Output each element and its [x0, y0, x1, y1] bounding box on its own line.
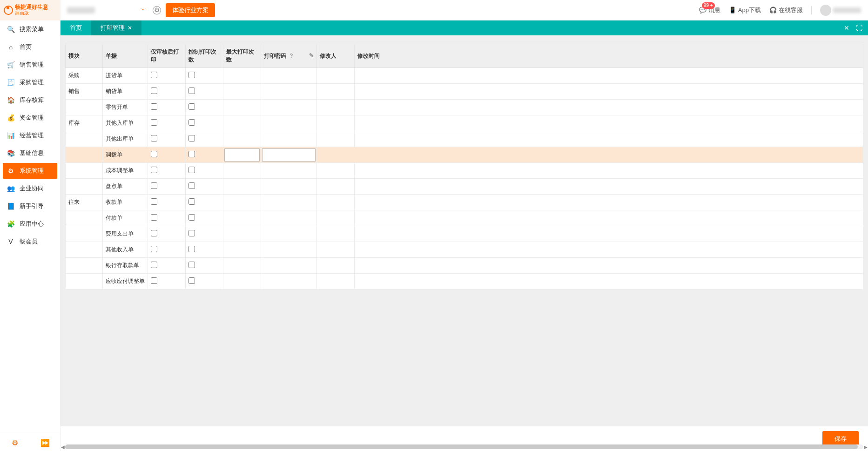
sidebar-item-home[interactable]: ⌂首页 — [0, 38, 60, 56]
sidebar-settings-button[interactable]: ⚙ — [0, 434, 30, 451]
audit-only-checkbox[interactable] — [151, 151, 157, 157]
sidebar-item-system[interactable]: ⚙系统管理 — [3, 163, 57, 179]
control-count-checkbox[interactable] — [188, 72, 195, 78]
cell-pwd — [261, 226, 317, 242]
cell-audit — [148, 84, 186, 100]
th-modtime: 修改时间 — [355, 44, 863, 68]
cell-modifier — [317, 242, 355, 258]
control-count-checkbox[interactable] — [188, 230, 195, 236]
cell-ctrl — [186, 68, 223, 84]
tab-首页[interactable]: 首页 — [61, 20, 91, 35]
max-print-input[interactable] — [224, 148, 260, 162]
audit-only-checkbox[interactable] — [151, 135, 157, 141]
control-count-checkbox[interactable] — [188, 151, 195, 157]
cell-doc: 其他入库单 — [103, 115, 148, 131]
audit-only-checkbox[interactable] — [151, 246, 157, 252]
sidebar-item-search-menu[interactable]: 🔍搜索菜单 — [0, 20, 60, 38]
cell-pwd — [261, 147, 317, 163]
control-count-checkbox[interactable] — [188, 277, 195, 284]
audit-only-checkbox[interactable] — [151, 198, 157, 205]
sidebar-item-basic[interactable]: 📚基础信息 — [0, 144, 60, 162]
audit-only-checkbox[interactable] — [151, 72, 157, 78]
help-icon[interactable]: ? — [289, 53, 293, 59]
sidebar-item-purchase[interactable]: 🧾采购管理 — [0, 74, 60, 91]
sidebar-item-guide[interactable]: 📘新手引导 — [0, 197, 60, 215]
control-count-checkbox[interactable] — [188, 88, 195, 94]
audit-only-checkbox[interactable] — [151, 119, 157, 126]
tab-close-icon[interactable]: ✕ — [128, 25, 132, 31]
sidebar-item-member[interactable]: V畅会员 — [0, 233, 60, 250]
operations-icon: 📊 — [7, 131, 15, 140]
audit-only-checkbox[interactable] — [151, 262, 157, 268]
control-count-checkbox[interactable] — [188, 119, 195, 126]
cell-modtime — [355, 226, 863, 242]
support-link[interactable]: 🎧 在线客服 — [769, 6, 803, 14]
audit-only-checkbox[interactable] — [151, 167, 157, 173]
support-label: 在线客服 — [779, 6, 803, 14]
company-dropdown[interactable]: ﹀ — [65, 4, 148, 17]
control-count-checkbox[interactable] — [188, 167, 195, 173]
audit-only-checkbox[interactable] — [151, 230, 157, 236]
audit-only-checkbox[interactable] — [151, 277, 157, 284]
tab-bar: 首页打印管理✕ ✕ ⛶ — [61, 20, 868, 35]
cell-max — [223, 84, 261, 100]
cell-max — [223, 274, 261, 289]
brand-logo[interactable]: 畅捷通好生意 插画版 — [0, 0, 61, 20]
user-menu[interactable] — [820, 5, 861, 16]
cell-ctrl — [186, 258, 223, 274]
control-count-checkbox[interactable] — [188, 182, 195, 189]
audit-only-checkbox[interactable] — [151, 182, 157, 189]
tab-close-all-icon[interactable]: ✕ — [844, 24, 849, 32]
sidebar-item-apps[interactable]: 🧩应用中心 — [0, 215, 60, 233]
sidebar-item-operations[interactable]: 📊经营管理 — [0, 127, 60, 144]
home-icon: ⌂ — [7, 43, 15, 51]
control-count-checkbox[interactable] — [188, 103, 195, 110]
cell-max — [223, 242, 261, 258]
sidebar-item-collab[interactable]: 👥企业协同 — [0, 180, 60, 197]
print-password-input[interactable] — [262, 148, 316, 162]
cell-modtime — [355, 84, 863, 100]
audit-only-checkbox[interactable] — [151, 103, 157, 110]
app-download-link[interactable]: 📱 App下载 — [729, 6, 761, 14]
cell-ctrl — [186, 84, 223, 100]
hscrollbar-thumb[interactable] — [65, 444, 858, 449]
th-ctrl: 控制打印次数 — [186, 44, 223, 68]
cell-ctrl — [186, 179, 223, 195]
settings-gear-icon[interactable] — [153, 6, 161, 14]
sidebar-item-sales[interactable]: 🛒销售管理 — [0, 56, 60, 74]
control-count-checkbox[interactable] — [188, 214, 195, 221]
cell-module — [66, 147, 103, 163]
control-count-checkbox[interactable] — [188, 262, 195, 268]
cell-ctrl — [186, 242, 223, 258]
sidebar-item-label: 采购管理 — [20, 78, 44, 87]
cell-modifier — [317, 115, 355, 131]
cell-ctrl — [186, 195, 223, 210]
sidebar-collapse-button[interactable]: ⏩ — [30, 434, 61, 451]
cell-max — [223, 131, 261, 147]
cell-module: 采购 — [66, 68, 103, 84]
edit-column-icon[interactable]: ✎ — [309, 52, 314, 59]
hscroll-right-icon[interactable]: ▶ — [863, 444, 868, 449]
cell-pwd — [261, 274, 317, 289]
control-count-checkbox[interactable] — [188, 135, 195, 141]
cell-module — [66, 210, 103, 226]
control-count-checkbox[interactable] — [188, 246, 195, 252]
sidebar-item-inventory[interactable]: 🏠库存核算 — [0, 91, 60, 109]
cell-max — [223, 163, 261, 179]
tab-打印管理[interactable]: 打印管理✕ — [91, 20, 141, 35]
cell-ctrl — [186, 100, 223, 115]
audit-only-checkbox[interactable] — [151, 214, 157, 221]
hscroll-left-icon[interactable]: ◀ — [61, 444, 65, 449]
cell-pwd — [261, 210, 317, 226]
fullscreen-icon[interactable]: ⛶ — [856, 24, 862, 32]
cell-modtime — [355, 163, 863, 179]
audit-only-checkbox[interactable] — [151, 88, 157, 94]
hscrollbar-track[interactable] — [65, 444, 863, 449]
sidebar-item-funds[interactable]: 💰资金管理 — [0, 109, 60, 127]
industry-plan-button[interactable]: 体验行业方案 — [166, 3, 215, 17]
messages-link[interactable]: 💬 消息 99 + — [699, 6, 720, 14]
cell-modifier — [317, 274, 355, 289]
cell-modifier — [317, 131, 355, 147]
control-count-checkbox[interactable] — [188, 198, 195, 205]
cell-modtime — [355, 242, 863, 258]
